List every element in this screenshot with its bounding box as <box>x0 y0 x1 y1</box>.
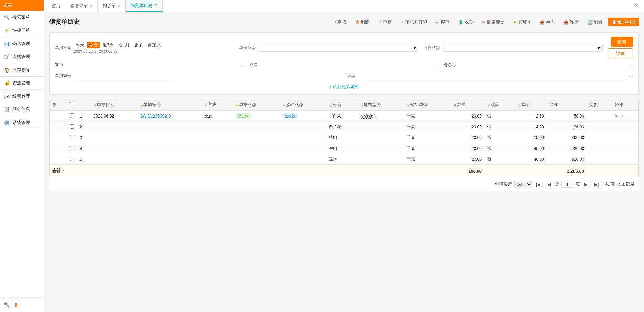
td-paystatus: 已收款 <box>280 111 327 122</box>
setting-button[interactable]: 设置 <box>608 48 633 58</box>
td-checkbox <box>67 122 77 132</box>
export-button[interactable]: 📤 导出 <box>560 18 582 26</box>
operation-icon: 📈 <box>4 94 10 99</box>
date-tab-yesterday[interactable]: 昨天 <box>74 42 86 48</box>
staff-dots[interactable]: ··· <box>629 63 633 68</box>
th-qty[interactable]: ⇅数量 <box>451 99 484 111</box>
td-settings <box>50 154 67 165</box>
collect-button[interactable]: 💲 收款 <box>455 18 477 26</box>
audit-button[interactable]: ✓ 审核 <box>375 18 395 26</box>
product-dots[interactable]: ··· <box>629 73 633 79</box>
abandon-button[interactable]: ↩ 弃审 <box>432 18 453 26</box>
td-action <box>612 143 638 154</box>
row-checkbox[interactable] <box>70 124 74 129</box>
date-tab-custom[interactable]: 自定义 <box>146 42 163 48</box>
new-button[interactable]: + 新增 <box>331 18 350 26</box>
sidebar-item-finance[interactable]: 💰 资金管理 <box>0 77 44 90</box>
sidebar-item-purchase[interactable]: 🛒 采购管理 <box>0 50 44 63</box>
td-settings <box>50 132 67 143</box>
close-sales-history-tab[interactable]: ✕ <box>155 3 158 8</box>
batch-change-button[interactable]: ✏ 批量变更 <box>479 18 508 26</box>
td-checkbox <box>67 132 77 143</box>
row-checkbox[interactable] <box>70 146 74 150</box>
tab-sales-delivery[interactable]: 销货单 ✕ <box>98 0 126 12</box>
row-checkbox[interactable] <box>70 135 74 139</box>
refresh-button[interactable]: 🔄 刷新 <box>584 18 606 26</box>
warehouse-input[interactable] <box>268 62 432 69</box>
sidebar-collapse-btn[interactable]: ⏸ <box>13 302 19 309</box>
th-pay-status[interactable]: ⇅收款状态 <box>280 99 327 111</box>
chevron-down-icon: ▾ <box>414 45 416 50</box>
th-unit[interactable]: ⇅销售单位 <box>404 99 451 111</box>
audit-print-button[interactable]: ✓ 审核并打印 <box>397 18 430 26</box>
th-date[interactable]: ⇅单据日期 <box>91 99 138 111</box>
product-input[interactable] <box>366 72 627 79</box>
import-button[interactable]: 📥 导入 <box>536 18 558 26</box>
th-spec[interactable]: ⇅规格型号 <box>358 99 404 111</box>
date-tab-7days[interactable]: 近7天 <box>101 42 115 48</box>
sidebar-brand: 拓端 <box>0 0 44 11</box>
print-button[interactable]: 🖨 打印 ▾ <box>510 18 534 26</box>
th-customer[interactable]: ⇅客户 <box>202 99 233 111</box>
pay-status-badge: 已收款 <box>282 113 298 118</box>
next-page-btn[interactable]: ▶ <box>582 181 590 188</box>
collapse-row[interactable]: ∧ 收起更多条件 <box>55 83 633 90</box>
first-page-btn[interactable]: |◀ <box>534 181 543 188</box>
close-sales-delivery-tab[interactable]: ✕ <box>118 4 121 8</box>
date-tab-more[interactable]: 更多 <box>133 42 145 48</box>
td-qty: 20.00 <box>451 154 484 165</box>
th-docno[interactable]: ⇅单据编号 <box>137 99 201 111</box>
row-checkbox[interactable] <box>70 157 74 161</box>
sidebar-item-baseinfo[interactable]: 📋 基础信息 <box>0 103 44 116</box>
td-unit: 千克 <box>404 111 451 122</box>
display-detail-icon: 📋 <box>611 20 617 25</box>
more-icon[interactable]: ⋯ <box>620 113 624 119</box>
docno-link[interactable]: SA-20230602-0 <box>140 113 171 119</box>
td-docno <box>137 154 201 165</box>
close-sales-order-tab[interactable]: ✕ <box>90 4 93 8</box>
td-qty: 20.00 <box>451 111 484 122</box>
sidebar-item-system[interactable]: ⚙️ 系统管理 <box>0 116 44 129</box>
inventory-icon: 🏠 <box>4 67 10 73</box>
customer-input[interactable] <box>74 62 238 69</box>
tab-sales-history[interactable]: 销货单历史 ✕ <box>126 0 163 12</box>
warehouse-dots[interactable]: ··· <box>435 63 439 68</box>
docno-input[interactable] <box>74 72 175 79</box>
sidebar-item-sales[interactable]: 📊 销售管理 <box>0 37 44 50</box>
page-input[interactable] <box>561 181 573 188</box>
pay-status-select[interactable]: ▾ <box>443 44 603 52</box>
sidebar-item-search[interactable]: 🔍 搜索菜单 <box>0 11 44 24</box>
tab-more-btn[interactable]: ✕ <box>632 3 641 9</box>
td-price: 4.80 <box>515 122 547 132</box>
date-tab-1month[interactable]: 近1月 <box>117 42 131 48</box>
sidebar-item-inventory[interactable]: 🏠 库存核算 <box>0 63 44 77</box>
th-price[interactable]: ⇅单价 <box>515 99 547 111</box>
sidebar-item-quicknav[interactable]: ⚡ 快捷导航 <box>0 24 44 37</box>
td-gift: 否 <box>484 143 515 154</box>
tab-sales-order[interactable]: 销售订单 ✕ <box>65 0 98 12</box>
th-settings[interactable]: ⚙ <box>50 99 67 111</box>
sidebar-settings-btn[interactable]: 🔧 <box>3 301 11 309</box>
display-detail-button[interactable]: 📋 显示明细 <box>608 18 639 26</box>
staff-input[interactable] <box>463 62 627 69</box>
page-size-select[interactable]: 50 100 200 <box>514 181 532 188</box>
tab-home[interactable]: 首页 <box>47 0 65 12</box>
td-settings <box>50 111 67 122</box>
select-all-checkbox[interactable] <box>70 102 74 106</box>
edit-icon[interactable]: ✎ <box>615 113 618 119</box>
sidebar-item-operation[interactable]: 📈 经营管理 <box>0 90 44 103</box>
chevron-down-icon-2: ▾ <box>598 45 600 50</box>
query-button[interactable]: 查询 <box>611 37 633 47</box>
delete-button[interactable]: 🗑 删除 <box>352 18 373 26</box>
prev-page-btn[interactable]: ◀ <box>545 181 553 188</box>
th-doc-status[interactable]: ⇅单据状态 <box>233 99 280 111</box>
last-page-btn[interactable]: ▶| <box>592 181 601 188</box>
td-customer <box>202 122 233 132</box>
customer-dots[interactable]: ··· <box>240 63 244 68</box>
date-tab-today[interactable]: 今天 <box>87 42 100 48</box>
th-product[interactable]: ⇅商品 <box>326 99 357 111</box>
finance-icon: 💰 <box>4 80 10 86</box>
th-gift[interactable]: ⇅赠品 <box>484 99 515 111</box>
row-checkbox[interactable] <box>70 113 74 118</box>
doc-type-select[interactable]: ▾ <box>258 44 418 52</box>
